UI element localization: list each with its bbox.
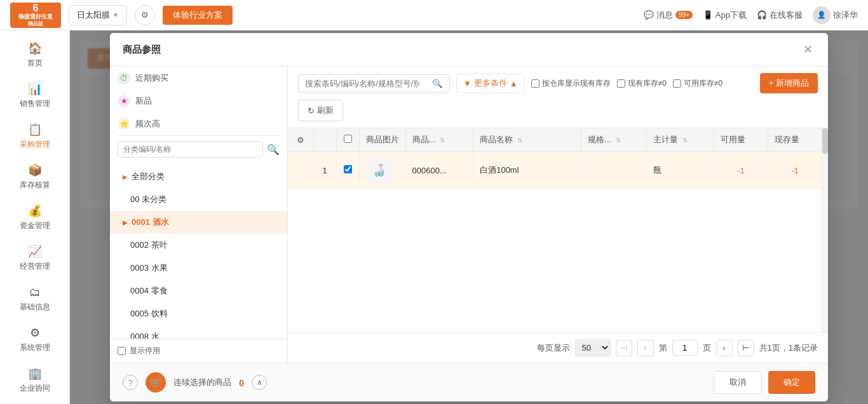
sidebar-item-guide[interactable]: 📖 新手引导: [0, 401, 69, 404]
sidebar-item-system[interactable]: ⚙ 系统管理: [0, 320, 69, 358]
sidebar-item-basic[interactable]: 🗂 基础信息: [0, 279, 69, 318]
vertical-scrollbar[interactable]: [822, 128, 828, 332]
sidebar-item-purchase[interactable]: 📋 采购管理: [0, 117, 69, 155]
messages-btn[interactable]: 💬 消息 99+: [644, 10, 693, 21]
page-unit: 页: [703, 342, 711, 354]
category-0002-label: 0002 茶叶: [130, 239, 168, 251]
footer-collapse-btn[interactable]: ∧: [252, 375, 267, 390]
category-0008[interactable]: 0008 水: [110, 325, 287, 339]
selected-label: 连续选择的商品: [173, 377, 231, 388]
col-unit-label: 主计量: [653, 135, 678, 144]
category-all[interactable]: ▶ 全部分类: [110, 165, 287, 188]
left-sidebar: 🏠 首页 📊 销售管理 📋 采购管理 📦 库存核算 💰 资金管理 📈 经营管理 …: [0, 30, 70, 404]
sidebar-item-operations[interactable]: 📈 经营管理: [0, 239, 69, 277]
phone-icon: 📱: [703, 10, 713, 20]
purchase-icon: 📋: [27, 122, 43, 137]
add-product-btn[interactable]: + 新增商品: [760, 73, 818, 93]
sidebar-label-system: 系统管理: [20, 342, 50, 353]
sidebar-label-enterprise: 企业协同: [20, 383, 50, 394]
cancel-btn[interactable]: 取消: [714, 371, 762, 394]
online-service-btn[interactable]: 🎧 在线客服: [757, 10, 803, 21]
category-0005[interactable]: 0005 饮料: [110, 302, 287, 325]
sidebar-label-finance: 资金管理: [20, 220, 50, 231]
first-page-btn[interactable]: ⊣: [616, 340, 632, 356]
sidebar-item-enterprise[interactable]: 🏢 企业协同: [0, 361, 69, 399]
row-stock: -1: [768, 152, 822, 189]
frequent-item[interactable]: ⭐ 频次高: [110, 112, 287, 135]
row-checkbox[interactable]: [344, 165, 352, 173]
table-row[interactable]: 1 🍶 000600...: [288, 152, 822, 189]
clock-icon: ⏱: [118, 72, 130, 84]
available-stock-checkbox[interactable]: [617, 79, 625, 88]
footer-buttons: 取消 确定: [714, 371, 815, 394]
col-num: [313, 128, 336, 152]
category-search-btn[interactable]: 🔍: [267, 144, 280, 156]
page-size-select[interactable]: 50 10 20 100: [575, 339, 611, 356]
sidebar-item-inventory[interactable]: 📦 库存核算: [0, 158, 69, 196]
new-icon: ★: [118, 95, 130, 107]
col-name-label: 商品名称: [480, 135, 513, 144]
warehouse-stock-label: 按仓库显示现有库存: [542, 78, 611, 89]
active-arrow-icon: ▶: [123, 219, 128, 226]
recent-purchases-item[interactable]: ⏱ 近期购买: [110, 67, 287, 90]
product-search-btn[interactable]: 🔍: [426, 75, 449, 92]
sidebar-label-sales: 销售管理: [20, 98, 50, 109]
app-download-label: App下载: [715, 10, 747, 21]
message-icon: 💬: [644, 10, 654, 20]
category-0008-label: 0008 水: [130, 331, 159, 339]
category-search-input[interactable]: [118, 141, 263, 158]
category-0001[interactable]: ▶ 0001 酒水: [110, 211, 287, 234]
col-code[interactable]: 商品... ⇅: [405, 128, 473, 152]
refresh-btn[interactable]: ↻ 刷新: [298, 100, 343, 121]
select-all-checkbox[interactable]: [344, 135, 352, 143]
product-search-input[interactable]: [299, 75, 426, 92]
app-download-btn[interactable]: 📱 App下载: [703, 10, 747, 21]
available-stock-filter[interactable]: 现有库存≠0: [617, 78, 667, 89]
refresh-icon: ↻: [308, 106, 315, 116]
category-0004[interactable]: 0004 零食: [110, 279, 287, 302]
modal-close-btn[interactable]: ✕: [800, 42, 815, 57]
last-page-btn[interactable]: ⊢: [738, 340, 754, 356]
category-all-label: 全部分类: [132, 171, 165, 182]
page-label: 第: [659, 342, 667, 354]
show-disabled-label[interactable]: 显示停用: [130, 346, 160, 356]
trial-btn[interactable]: 体验行业方案: [163, 6, 233, 25]
warehouse-stock-filter[interactable]: 按仓库显示现有库存: [531, 78, 611, 89]
modal-overlay: 商品参照 ✕ ⏱ 近期购买 ★: [70, 30, 868, 404]
sidebar-item-finance[interactable]: 💰 资金管理: [0, 198, 69, 236]
sort-name-icon: ⇅: [517, 137, 522, 144]
sidebar-label-basic: 基础信息: [20, 302, 50, 313]
cart-btn[interactable]: 🛒: [146, 372, 166, 393]
settings-btn[interactable]: ⚙: [135, 5, 155, 25]
navbar: 6 畅捷通好生意 精品版 日太阳膜 ▼ ⚙ 体验行业方案 💬 消息 99+ 📱 …: [0, 0, 868, 30]
col-name[interactable]: 商品名称 ⇅: [473, 128, 581, 152]
col-spec[interactable]: 规格... ⇅: [581, 128, 647, 152]
sort-unit-icon: ⇅: [682, 137, 688, 144]
category-00[interactable]: 00 未分类: [110, 188, 287, 211]
category-0002[interactable]: 0002 茶叶: [110, 234, 287, 257]
sidebar-item-sales[interactable]: 📊 销售管理: [0, 76, 69, 114]
prev-page-btn[interactable]: ‹: [637, 340, 654, 356]
page-number-input[interactable]: [672, 340, 698, 356]
filter-btn[interactable]: ▼ 更多条件 ▲: [456, 74, 525, 93]
expand-icon: ▶: [123, 173, 128, 180]
help-btn[interactable]: ?: [123, 375, 138, 390]
warehouse-stock-checkbox[interactable]: [531, 79, 539, 88]
refresh-label: 刷新: [317, 105, 334, 116]
user-menu[interactable]: 👤 徐泽华: [813, 6, 858, 24]
freq-icon: ⭐: [118, 118, 130, 130]
system-icon: ⚙: [27, 325, 43, 340]
show-disabled-checkbox[interactable]: [118, 347, 126, 355]
next-page-btn[interactable]: ›: [716, 340, 733, 356]
usable-stock-checkbox[interactable]: [673, 79, 681, 88]
sidebar-item-home[interactable]: 🏠 首页: [0, 36, 69, 74]
gear-icon: ⚙: [141, 10, 149, 20]
category-0003[interactable]: 0003 水果: [110, 257, 287, 279]
row-check[interactable]: [336, 152, 359, 189]
store-dropdown[interactable]: 日太阳膜 ▼: [69, 5, 127, 25]
col-unit[interactable]: 主计量 ⇅: [647, 128, 714, 152]
new-products-item[interactable]: ★ 新品: [110, 90, 287, 112]
usable-stock-filter[interactable]: 可用库存≠0: [673, 78, 722, 89]
usable-stock-label: 可用库存≠0: [684, 78, 722, 89]
confirm-btn[interactable]: 确定: [768, 371, 815, 394]
